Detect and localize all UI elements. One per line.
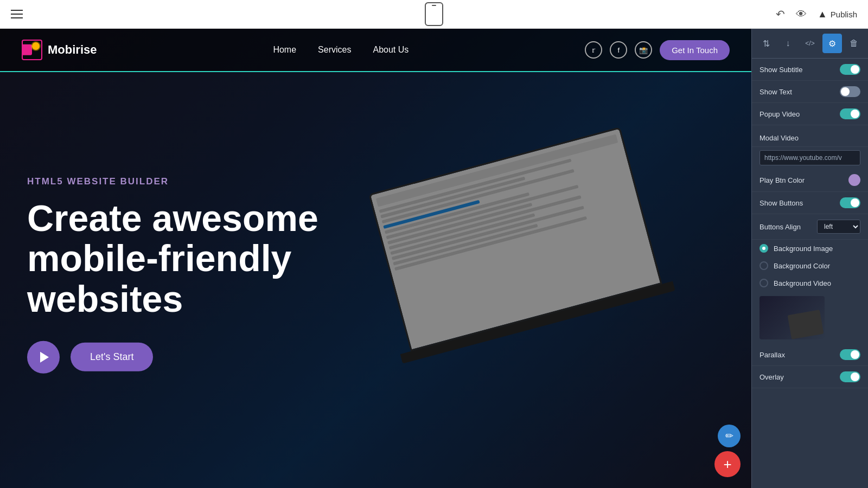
right-tools: ↶ 👁 ▲ Publish: [776, 8, 857, 21]
parallax-toggle[interactable]: [840, 349, 860, 360]
play-btn-color-swatch[interactable]: [848, 174, 860, 186]
lets-start-button[interactable]: Let's Start: [71, 343, 153, 371]
plus-icon: +: [723, 456, 731, 473]
site-nav: Mobirise Home Services About Us 𝕣 f 📸 Ge…: [0, 29, 751, 72]
toggle-knob: [851, 110, 859, 118]
toggle-knob: [851, 65, 859, 74]
logo-text: Mobirise: [48, 43, 97, 57]
bg-color-radio-row[interactable]: Background Color: [752, 257, 868, 274]
publish-button[interactable]: ▲ Publish: [818, 9, 857, 20]
download-tool-button[interactable]: ↓: [778, 34, 798, 53]
hero-section: Mobirise Home Services About Us 𝕣 f 📸 Ge…: [0, 29, 751, 488]
toggle-knob: [841, 87, 850, 96]
settings-panel: Show Subtitle Show Text Popup Video: [752, 59, 868, 488]
popup-video-label: Popup Video: [760, 110, 800, 118]
buttons-align-label: Buttons Align: [760, 223, 801, 231]
modal-video-url-input[interactable]: [760, 150, 860, 165]
nav-links: Home Services About Us: [273, 45, 409, 55]
facebook-icon[interactable]: f: [610, 41, 627, 59]
setting-show-text: Show Text: [752, 81, 868, 103]
bg-video-radio-row[interactable]: Background Video: [752, 274, 868, 292]
logo-sun: [32, 42, 40, 50]
edit-floating-button[interactable]: ✏: [718, 425, 741, 447]
hero-title-line2: mobile-friendly websites: [27, 237, 291, 319]
bg-thumbnail[interactable]: [760, 296, 825, 339]
overlay-label: Overlay: [760, 373, 784, 381]
hero-subtitle: HTML5 WEBSITE BUILDER: [27, 176, 342, 187]
preview-area: Mobirise Home Services About Us 𝕣 f 📸 Ge…: [0, 29, 751, 488]
right-panel: ⇅ ↓ </> ⚙ 🗑 Show Subtitle Show Text: [751, 29, 868, 488]
setting-show-subtitle: Show Subtitle: [752, 59, 868, 81]
show-text-label: Show Text: [760, 88, 792, 96]
overlay-toggle[interactable]: [840, 371, 860, 382]
bg-thumbnail-area: [752, 292, 868, 344]
top-toolbar: ↶ 👁 ▲ Publish: [0, 0, 868, 29]
settings-tool-button[interactable]: ⚙: [822, 34, 842, 53]
show-buttons-label: Show Buttons: [760, 199, 803, 207]
show-subtitle-toggle[interactable]: [840, 64, 860, 75]
logo-icon: [22, 40, 42, 60]
nav-about-us[interactable]: About Us: [373, 45, 409, 55]
pencil-icon: ✏: [725, 430, 733, 442]
publish-icon: ▲: [818, 9, 827, 20]
bg-image-radio[interactable]: [760, 244, 768, 253]
setting-show-buttons: Show Buttons: [752, 192, 868, 214]
setting-modal-video-header: Modal Video: [752, 125, 868, 147]
main-area: Mobirise Home Services About Us 𝕣 f 📸 Ge…: [0, 29, 868, 488]
setting-parallax: Parallax: [752, 344, 868, 366]
show-buttons-toggle[interactable]: [840, 197, 860, 208]
trash-tool-button[interactable]: 🗑: [844, 34, 864, 53]
nav-services[interactable]: Services: [318, 45, 351, 55]
play-triangle-icon: [40, 352, 49, 363]
bg-color-radio[interactable]: [760, 261, 768, 270]
bg-image-label: Background Image: [774, 245, 833, 253]
setting-overlay: Overlay: [752, 366, 868, 388]
add-floating-button[interactable]: +: [714, 451, 741, 477]
sort-tool-button[interactable]: ⇅: [756, 34, 776, 53]
preview-button[interactable]: 👁: [796, 8, 807, 21]
publish-label: Publish: [831, 10, 857, 19]
center-tools: [425, 2, 443, 26]
nav-actions: 𝕣 f 📸 Get In Touch: [585, 40, 730, 60]
logo-area: Mobirise: [22, 40, 97, 60]
show-text-toggle[interactable]: [840, 86, 860, 97]
left-tools: [11, 10, 23, 18]
code-tool-button[interactable]: </>: [800, 34, 820, 53]
bg-video-label: Background Video: [774, 279, 831, 287]
hero-title-line1: Create awesome: [27, 197, 318, 238]
undo-button[interactable]: ↶: [776, 8, 785, 21]
toggle-knob: [851, 373, 859, 381]
setting-play-btn-color: Play Btn Color: [752, 169, 868, 192]
nav-home[interactable]: Home: [273, 45, 296, 55]
show-subtitle-label: Show Subtitle: [760, 66, 803, 74]
toggle-knob: [851, 350, 859, 359]
thumb-laptop: [788, 310, 824, 339]
modal-video-label: Modal Video: [760, 134, 799, 142]
play-button[interactable]: [27, 341, 60, 374]
twitter-icon[interactable]: 𝕣: [585, 41, 602, 59]
hero-title: Create awesome mobile-friendly websites: [27, 197, 342, 319]
mobile-preview-toggle[interactable]: [425, 2, 443, 26]
play-btn-color-label: Play Btn Color: [760, 176, 805, 184]
bg-video-radio[interactable]: [760, 279, 768, 287]
bg-image-radio-row[interactable]: Background Image: [752, 240, 868, 257]
parallax-label: Parallax: [760, 351, 785, 359]
hero-content: HTML5 WEBSITE BUILDER Create awesome mob…: [27, 143, 342, 373]
toggle-knob: [851, 198, 859, 207]
buttons-align-select[interactable]: left center right: [817, 220, 860, 234]
panel-toolbar: ⇅ ↓ </> ⚙ 🗑: [752, 29, 868, 59]
get-in-touch-button[interactable]: Get In Touch: [660, 40, 730, 60]
setting-popup-video: Popup Video: [752, 103, 868, 125]
bg-color-label: Background Color: [774, 262, 830, 270]
setting-buttons-align: Buttons Align left center right: [752, 214, 868, 240]
hero-buttons: Let's Start: [27, 341, 342, 374]
instagram-icon[interactable]: 📸: [635, 41, 652, 59]
modal-video-input-row: [752, 147, 868, 169]
hamburger-menu[interactable]: [11, 10, 23, 18]
popup-video-toggle[interactable]: [840, 108, 860, 119]
